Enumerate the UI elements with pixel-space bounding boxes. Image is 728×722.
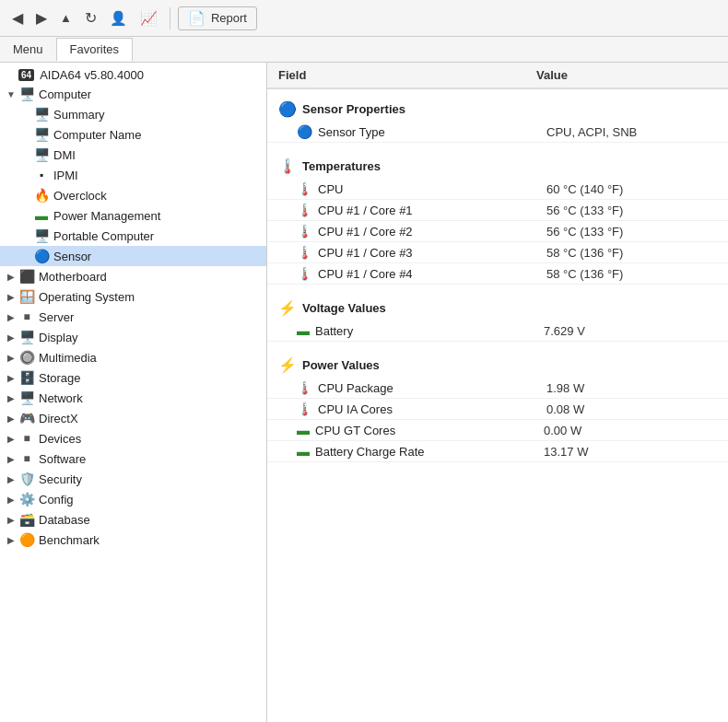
config-chevron: ▶ (4, 495, 18, 505)
tree-item-config[interactable]: ▶ ⚙️ Config (0, 489, 266, 509)
database-icon: 🗃️ (18, 511, 35, 528)
sensor-type-icon: 🔵 (297, 124, 312, 139)
network-chevron: ▶ (4, 393, 18, 403)
chart-button[interactable]: 📈 (135, 7, 162, 29)
temperatures-icon: 🌡️ (278, 157, 297, 175)
temperatures-title: Temperatures (302, 159, 381, 173)
value-col-header: Value (536, 68, 717, 82)
software-icon: ■ (18, 450, 35, 467)
computer-icon: 🖥️ (18, 86, 35, 102)
tree-item-directx[interactable]: ▶ 🎮 DirectX (0, 408, 266, 428)
field-col-header: Field (278, 68, 536, 82)
forward-button[interactable]: ▶ (31, 6, 52, 29)
tree-item-os[interactable]: ▶ 🪟 Operating System (0, 286, 266, 307)
motherboard-label: Motherboard (39, 270, 263, 284)
tree-item-dmi[interactable]: 🖥️ DMI (0, 145, 266, 165)
tree: 64 AIDA64 v5.80.4000 ▼ 🖥️ Computer 🖥️ Su… (0, 63, 266, 553)
tree-item-multimedia[interactable]: ▶ 🔘 Multimedia (0, 347, 266, 367)
tree-item-computer-name[interactable]: 🖥️ Computer Name (0, 124, 266, 145)
cpu-ia-cores-value: 0.08 W (546, 402, 717, 416)
app-title-row: 64 AIDA64 v5.80.4000 (0, 66, 266, 84)
ipmi-label: IPMI (53, 169, 263, 182)
right-panel: Field Value 🔵 Sensor Properties 🔵 Sensor… (267, 63, 728, 722)
menu-item-menu[interactable]: Menu (0, 39, 56, 60)
row-cpu-temp: 🌡️ CPU 60 °C (140 °F) (267, 179, 728, 200)
cpu-temp-field: CPU (318, 182, 546, 196)
cpu-package-value: 1.98 W (546, 381, 717, 395)
tree-item-storage[interactable]: ▶ 🗄️ Storage (0, 367, 266, 388)
toolbar: ◀ ▶ ▲ ↻ 👤 📈 📄 Report (0, 0, 728, 37)
benchmark-icon: 🟠 (18, 531, 35, 548)
portable-computer-label: Portable Computer (53, 229, 263, 243)
devices-icon: ■ (18, 430, 35, 447)
cpu-gt-cores-value: 0.00 W (544, 424, 717, 437)
cpu1-core4-value: 58 °C (136 °F) (546, 267, 717, 281)
security-label: Security (39, 472, 263, 486)
cpu1-core1-icon: 🌡️ (297, 203, 312, 217)
cpu-temp-value: 60 °C (140 °F) (546, 182, 717, 196)
server-chevron: ▶ (4, 312, 18, 322)
display-icon: 🖥️ (18, 329, 35, 345)
tree-item-devices[interactable]: ▶ ■ Devices (0, 428, 266, 448)
battery-voltage-value: 7.629 V (544, 324, 717, 338)
tree-item-benchmark[interactable]: ▶ 🟠 Benchmark (0, 530, 266, 550)
display-label: Display (39, 331, 263, 344)
tree-item-sensor[interactable]: 🔵 Sensor (0, 246, 266, 266)
sensor-label: Sensor (53, 250, 263, 263)
motherboard-chevron: ▶ (4, 272, 18, 282)
battery-voltage-icon: ▬ (297, 323, 310, 338)
tree-item-network[interactable]: ▶ 🖥️ Network (0, 388, 266, 408)
tree-item-overclock[interactable]: 🔥 Overclock (0, 185, 266, 205)
tree-item-motherboard[interactable]: ▶ ⬛ Motherboard (0, 266, 266, 286)
menu-item-favorites[interactable]: Favorites (56, 38, 133, 61)
row-cpu1-core4-temp: 🌡️ CPU #1 / Core #4 58 °C (136 °F) (267, 263, 728, 285)
benchmark-label: Benchmark (39, 533, 263, 547)
sensor-properties-title: Sensor Properties (302, 102, 405, 116)
report-button[interactable]: 📄 Report (178, 6, 257, 30)
cpu1-core1-value: 56 °C (133 °F) (546, 204, 717, 217)
multimedia-label: Multimedia (39, 351, 263, 365)
storage-icon: 🗄️ (18, 369, 35, 386)
tree-item-database[interactable]: ▶ 🗃️ Database (0, 509, 266, 530)
tree-item-server[interactable]: ▶ ■ Server (0, 307, 266, 327)
battery-charge-value: 13.17 W (544, 445, 717, 459)
back-button[interactable]: ◀ (7, 6, 28, 29)
power-title: Power Values (302, 358, 380, 372)
tree-item-portable-computer[interactable]: 🖥️ Portable Computer (0, 226, 266, 246)
software-label: Software (39, 452, 263, 466)
tree-item-power-management[interactable]: ▬ Power Management (0, 205, 266, 226)
tree-item-security[interactable]: ▶ 🛡️ Security (0, 469, 266, 489)
software-chevron: ▶ (4, 454, 18, 464)
computer-label: Computer (39, 87, 263, 101)
tree-item-display[interactable]: ▶ 🖥️ Display (0, 327, 266, 347)
sensor-properties-icon: 🔵 (278, 100, 297, 118)
tree-item-software[interactable]: ▶ ■ Software (0, 448, 266, 469)
devices-label: Devices (39, 432, 263, 446)
ipmi-icon: ▪️ (33, 167, 50, 183)
database-label: Database (39, 513, 263, 527)
cpu1-core2-value: 56 °C (133 °F) (546, 225, 717, 239)
tree-item-ipmi[interactable]: ▪️ IPMI (0, 165, 266, 185)
tree-item-summary[interactable]: 🖥️ Summary (0, 104, 266, 124)
power-management-icon: ▬ (33, 207, 50, 224)
up-button[interactable]: ▲ (55, 8, 76, 28)
refresh-button[interactable]: ↻ (80, 6, 101, 29)
computer-chevron: ▼ (4, 89, 18, 99)
battery-voltage-field: Battery (315, 324, 544, 338)
multimedia-icon: 🔘 (18, 349, 35, 366)
display-chevron: ▶ (4, 332, 18, 343)
cpu-gt-cores-field: CPU GT Cores (315, 424, 544, 437)
dmi-icon: 🖥️ (33, 146, 50, 163)
overclock-icon: 🔥 (33, 187, 50, 204)
report-icon: 📄 (188, 10, 205, 27)
storage-chevron: ▶ (4, 373, 18, 383)
section-voltage-values: ⚡ Voltage Values (267, 292, 728, 320)
config-icon: ⚙️ (18, 491, 35, 507)
main-layout: 64 AIDA64 v5.80.4000 ▼ 🖥️ Computer 🖥️ Su… (0, 63, 728, 722)
row-sensor-type: 🔵 Sensor Type CPU, ACPI, SNB (267, 122, 728, 143)
battery-charge-icon: ▬ (297, 444, 310, 459)
user-button[interactable]: 👤 (105, 7, 132, 29)
computer-name-label: Computer Name (53, 128, 263, 142)
cpu-package-icon: 🌡️ (297, 380, 312, 395)
tree-item-computer[interactable]: ▼ 🖥️ Computer (0, 84, 266, 104)
